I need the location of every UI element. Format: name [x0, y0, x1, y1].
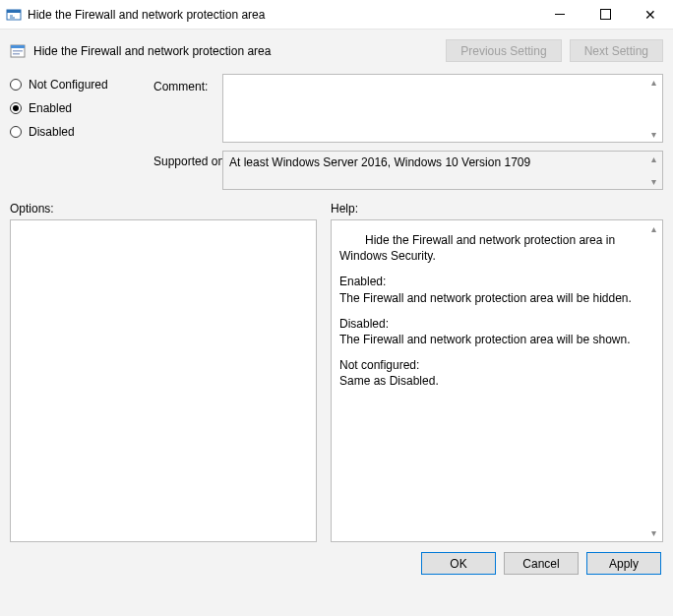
dialog-footer: OK Cancel Apply	[0, 542, 673, 585]
help-label: Help:	[331, 202, 663, 216]
options-label: Options:	[10, 202, 331, 216]
options-panel	[10, 219, 317, 542]
radio-label: Not Configured	[29, 78, 108, 92]
apply-button[interactable]: Apply	[586, 552, 661, 575]
next-setting-button[interactable]: Next Setting	[570, 39, 663, 62]
panel-labels: Options: Help:	[0, 202, 673, 219]
radio-label: Enabled	[29, 101, 72, 115]
help-intro: Hide the Firewall and network protection…	[339, 232, 641, 264]
help-enabled-heading: Enabled:	[339, 275, 386, 288]
sub-header: Hide the Firewall and network protection…	[0, 30, 673, 70]
svg-rect-3	[11, 45, 25, 48]
radio-enabled[interactable]: Enabled	[10, 101, 153, 115]
window-title: Hide the Firewall and network protection…	[28, 8, 265, 22]
radio-icon	[10, 102, 22, 114]
svg-rect-4	[13, 50, 23, 52]
panels-row: Hide the Firewall and network protection…	[0, 219, 673, 542]
ok-button[interactable]: OK	[421, 552, 496, 575]
svg-rect-1	[7, 10, 21, 13]
svg-rect-5	[13, 53, 20, 55]
close-button[interactable]: ✕	[628, 0, 673, 30]
help-disabled-heading: Disabled:	[339, 317, 389, 331]
scroll-down-icon[interactable]: ▾	[646, 176, 660, 187]
policy-title: Hide the Firewall and network protection…	[33, 44, 271, 58]
help-panel: Hide the Firewall and network protection…	[331, 219, 663, 542]
scroll-up-icon[interactable]: ▴	[646, 154, 660, 164]
config-area: Not Configured Enabled Disabled Comment:…	[0, 70, 673, 202]
cancel-button[interactable]: Cancel	[504, 552, 579, 575]
help-notconfigured-text: Same as Disabled.	[339, 374, 439, 388]
help-disabled-text: The Firewall and network protection area…	[339, 333, 630, 346]
state-radio-group: Not Configured Enabled Disabled	[10, 74, 153, 190]
radio-disabled[interactable]: Disabled	[10, 125, 153, 139]
comment-label: Comment:	[153, 74, 222, 143]
policy-icon	[10, 43, 26, 59]
radio-label: Disabled	[29, 125, 75, 139]
minimize-button[interactable]	[537, 0, 582, 30]
scroll-up-icon[interactable]: ▴	[646, 222, 660, 236]
scroll-down-icon[interactable]: ▾	[646, 526, 660, 540]
app-icon	[6, 7, 22, 23]
scroll-up-icon[interactable]: ▴	[646, 77, 660, 88]
comment-input[interactable]: ▴ ▾	[222, 74, 663, 143]
supported-on-box: At least Windows Server 2016, Windows 10…	[222, 151, 663, 190]
maximize-button[interactable]	[582, 0, 628, 30]
supported-on-text: At least Windows Server 2016, Windows 10…	[229, 155, 530, 169]
radio-not-configured[interactable]: Not Configured	[10, 78, 153, 92]
help-notconfigured-heading: Not configured:	[339, 358, 419, 372]
radio-icon	[10, 126, 22, 138]
title-bar: Hide the Firewall and network protection…	[0, 0, 673, 30]
radio-icon	[10, 79, 22, 91]
previous-setting-button[interactable]: Previous Setting	[446, 39, 561, 62]
scroll-down-icon[interactable]: ▾	[646, 129, 660, 140]
supported-label: Supported on:	[153, 143, 222, 190]
help-enabled-text: The Firewall and network protection area…	[339, 291, 632, 305]
